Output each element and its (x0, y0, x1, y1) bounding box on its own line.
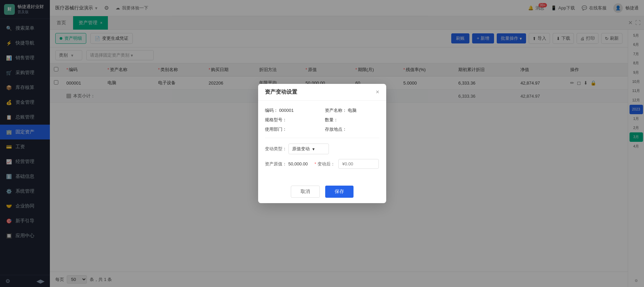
modal-asset-value-label: 资产原值： (265, 161, 288, 167)
modal-change-type-field: 变动类型： 原值变动 ▾ (265, 144, 379, 154)
asset-change-modal: 资产变动设置 × 编码： 000001 资产名称： 电脑 规格型号： 数量： (258, 84, 386, 203)
modal-quantity-field: 数量： (325, 117, 379, 123)
modal-close-button[interactable]: × (376, 89, 379, 96)
required-star: * (314, 161, 316, 166)
modal-spec-label: 规格型号： (265, 117, 287, 122)
save-button[interactable]: 保存 (325, 186, 354, 198)
modal-after-change-label: 变动后： (317, 161, 335, 167)
modal-asset-name-value: 电脑 (348, 108, 357, 113)
modal-overlay[interactable]: 资产变动设置 × 编码： 000001 资产名称： 电脑 规格型号： 数量： (0, 0, 644, 287)
modal-change-type-value: 原值变动 (292, 146, 310, 152)
modal-spec-field: 规格型号： (265, 117, 319, 123)
modal-dept-label: 使用部门： (265, 127, 287, 132)
modal-code-value: 000001 (279, 108, 294, 113)
modal-title: 资产变动设置 (265, 89, 297, 96)
modal-body: 编码： 000001 资产名称： 电脑 规格型号： 数量： 使用部门： (258, 101, 386, 180)
modal-location-field: 存放地点： (325, 126, 379, 132)
modal-quantity-label: 数量： (325, 117, 338, 122)
modal-asset-name-label: 资产名称： (325, 108, 347, 113)
cancel-button[interactable]: 取消 (291, 186, 320, 198)
modal-code-label: 编码： (265, 108, 278, 113)
modal-asset-value-field: 资产原值： 50,000.00 * 变动后： (265, 159, 379, 169)
modal-info-grid: 编码： 000001 资产名称： 电脑 规格型号： 数量： 使用部门： (265, 107, 379, 138)
modal-after-change-container: * 变动后： (314, 159, 379, 169)
modal-change-type-label: 变动类型： (265, 146, 288, 152)
modal-asset-name-field: 资产名称： 电脑 (325, 107, 379, 114)
modal-footer: 取消 保存 (258, 180, 386, 203)
modal-change-type-select[interactable]: 原值变动 ▾ (288, 144, 329, 154)
modal-code-field: 编码： 000001 (265, 107, 319, 114)
modal-change-type-arrow: ▾ (312, 147, 315, 152)
modal-header: 资产变动设置 × (258, 84, 386, 101)
modal-asset-value-value: 50,000.00 (288, 161, 308, 166)
modal-dept-field: 使用部门： (265, 126, 319, 132)
after-change-input[interactable] (338, 159, 379, 169)
modal-location-label: 存放地点： (325, 127, 347, 132)
